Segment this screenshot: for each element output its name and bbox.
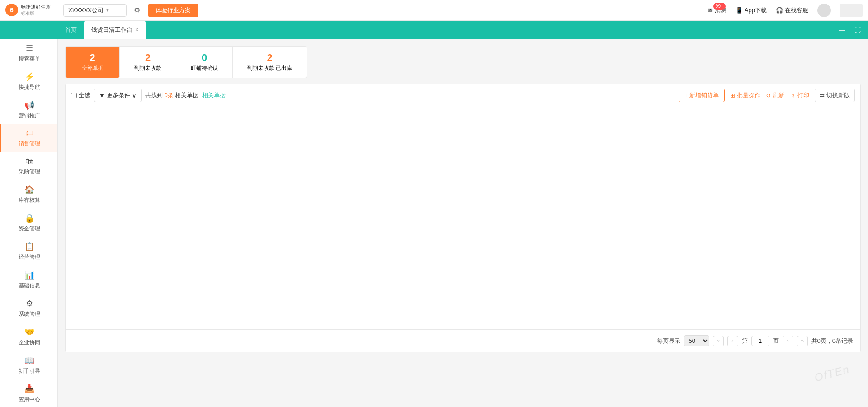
found-count: 0条 [165, 92, 174, 98]
data-area [66, 112, 860, 329]
batch-button[interactable]: ⊞ 批量操作 [730, 91, 760, 99]
minimize-button[interactable]: — [836, 25, 848, 34]
last-page-button[interactable]: » [797, 336, 808, 346]
sidebar-label-purchase: 采购管理 [19, 168, 40, 176]
system-icon: ⚙ [26, 299, 33, 309]
download-icon: 📱 [736, 7, 743, 14]
sidebar-label-quick-nav: 快捷导航 [19, 84, 40, 91]
sidebar-label-guide: 新手引导 [19, 367, 40, 375]
guide-icon: 📖 [24, 356, 34, 365]
marketing-icon: 📢 [24, 100, 34, 110]
print-icon: 🖨 [790, 92, 796, 99]
chevron-down-icon: ▼ [105, 8, 110, 13]
summary-card-pending[interactable]: 0 旺铺待确认 [176, 47, 233, 78]
sidebar-item-inventory[interactable]: 🏠 库存核算 [0, 180, 57, 209]
related-link[interactable]: 相关单据 [202, 91, 226, 99]
summary-card-all[interactable]: 2 全部单据 [66, 47, 120, 78]
all-count: 2 [90, 52, 95, 64]
select-all-checkbox[interactable]: 全选 [71, 91, 90, 99]
summary-card-overdue[interactable]: 2 到期未收款 [120, 47, 176, 78]
operation-icon: 📋 [24, 242, 34, 252]
sidebar-item-search-menu[interactable]: ☰ 搜索菜单 [0, 39, 57, 67]
sidebar-label-operation: 经营管理 [19, 253, 40, 261]
sidebar-label-finance: 资金管理 [19, 225, 40, 233]
filter-icon: ▼ [99, 92, 105, 99]
app-name: 畅捷通好生意 [21, 4, 51, 10]
sidebar-item-purchase[interactable]: 🛍 采购管理 [0, 152, 57, 180]
sidebar-label-search-menu: 搜索菜单 [19, 55, 40, 63]
online-service-button[interactable]: 🎧 在线客服 [776, 6, 808, 14]
print-button[interactable]: 🖨 打印 [790, 91, 809, 99]
sidebar-item-operation[interactable]: 📋 经营管理 [0, 237, 57, 266]
settings-button[interactable]: ⚙ [130, 4, 144, 17]
base-info-icon: 📊 [24, 270, 34, 280]
next-page-button[interactable]: › [783, 336, 793, 346]
sidebar-item-guide[interactable]: 📖 新手引导 [0, 351, 57, 379]
tab-home[interactable]: 首页 [58, 21, 84, 39]
first-page-button[interactable]: « [713, 336, 724, 346]
tab-close-icon[interactable]: × [135, 27, 138, 33]
sidebar-item-quick-nav[interactable]: ⚡ 快捷导航 [0, 67, 57, 96]
toolbar-right: + 新增销货单 ⊞ 批量操作 ↻ 刷新 🖨 打印 ⇄ 切换新版 [679, 89, 855, 102]
toolbar: 全选 ▼ 更多条件 ∨ 共找到 0条 相关单据 相关单据 + 新增销货单 ⊞ [66, 84, 860, 107]
per-page-select[interactable]: 50 100 200 [684, 335, 709, 346]
batch-icon: ⊞ [730, 92, 735, 99]
switch-icon: ⇄ [820, 92, 825, 99]
maximize-button[interactable]: ⛶ [852, 25, 863, 34]
enterprise-icon: 🤝 [24, 327, 34, 337]
sidebar-label-system: 系统管理 [19, 310, 40, 318]
main-content: 2 全部单据 2 到期未收款 0 旺铺待确认 2 到期未收款 已出库 全选 [58, 39, 868, 407]
summary-card-overdue-out[interactable]: 2 到期未收款 已出库 [233, 47, 307, 78]
summary-cards: 2 全部单据 2 到期未收款 0 旺铺待确认 2 到期未收款 已出库 [65, 46, 307, 78]
sidebar-label-enterprise: 企业协同 [19, 339, 40, 346]
select-all-input[interactable] [71, 93, 77, 98]
overdue-out-label: 到期未收款 已出库 [247, 65, 292, 72]
sidebar-label-inventory: 库存核算 [19, 196, 40, 204]
sidebar-item-base-info[interactable]: 📊 基础信息 [0, 266, 57, 294]
sidebar-label-marketing: 营销推广 [19, 112, 40, 120]
sidebar-item-enterprise[interactable]: 🤝 企业协同 [0, 323, 57, 351]
prev-page-button[interactable]: ‹ [727, 336, 738, 346]
overdue-count: 2 [145, 52, 151, 64]
tab-controls: — ⛶ [836, 25, 868, 34]
sidebar-item-finance[interactable]: 🔒 资金管理 [0, 209, 57, 237]
new-sales-button[interactable]: + 新增销货单 [679, 89, 725, 102]
app-center-icon: 📥 [24, 384, 34, 394]
sidebar-item-app-center[interactable]: 📥 应用中心 [0, 379, 57, 407]
company-selector[interactable]: XXXXXX公司 ▼ [63, 4, 127, 17]
pending-label: 旺铺待确认 [191, 65, 218, 72]
page-input[interactable] [751, 336, 769, 346]
top-header: 6 畅捷通好生意 标准版 XXXXXX公司 ▼ ⚙ 体验行业方案 ✉ 消息 99… [0, 0, 868, 21]
switch-version-button[interactable]: ⇄ 切换新版 [815, 89, 855, 102]
inventory-icon: 🏠 [24, 185, 34, 195]
logo-area: 6 畅捷通好生意 标准版 [5, 4, 63, 16]
message-button[interactable]: ✉ 消息 99+ [708, 6, 726, 14]
found-text: 共找到 0条 相关单据 [145, 91, 198, 99]
pagination: 每页显示 50 100 200 « ‹ 第 页 › » 共0页，0条记录 [66, 329, 860, 352]
search-menu-icon: ☰ [26, 43, 33, 53]
service-icon: 🎧 [776, 7, 783, 14]
trial-button[interactable]: 体验行业方案 [148, 4, 198, 17]
per-page-label: 每页显示 [657, 337, 680, 345]
filter-chevron-icon: ∨ [132, 92, 137, 99]
page-prefix: 第 [742, 337, 748, 345]
refresh-button[interactable]: ↻ 刷新 [766, 91, 784, 99]
sidebar-item-marketing[interactable]: 📢 营销推广 [0, 96, 57, 124]
overdue-label: 到期未收款 [134, 65, 161, 72]
refresh-icon: ↻ [766, 92, 771, 99]
filter-button[interactable]: ▼ 更多条件 ∨ [94, 89, 142, 102]
sidebar: ☰ 搜索菜单 ⚡ 快捷导航 📢 营销推广 🏷 销售管理 🛍 采购管理 🏠 库存核… [0, 39, 58, 407]
overdue-out-count: 2 [267, 52, 273, 64]
app-download-button[interactable]: 📱 App下载 [736, 6, 767, 14]
message-icon: ✉ [708, 7, 713, 14]
user-name[interactable] [840, 4, 863, 17]
avatar[interactable] [817, 4, 831, 17]
page-suffix: 页 [773, 337, 779, 345]
tab-active[interactable]: 钱货日清工作台 × [84, 21, 146, 39]
all-label: 全部单据 [82, 65, 104, 72]
sidebar-item-sales[interactable]: 🏷 销售管理 [0, 124, 57, 152]
sidebar-item-system[interactable]: ⚙ 系统管理 [0, 294, 57, 323]
sidebar-label-app-center: 应用中心 [19, 396, 40, 403]
pending-count: 0 [202, 52, 207, 64]
sidebar-label-base-info: 基础信息 [19, 282, 40, 290]
